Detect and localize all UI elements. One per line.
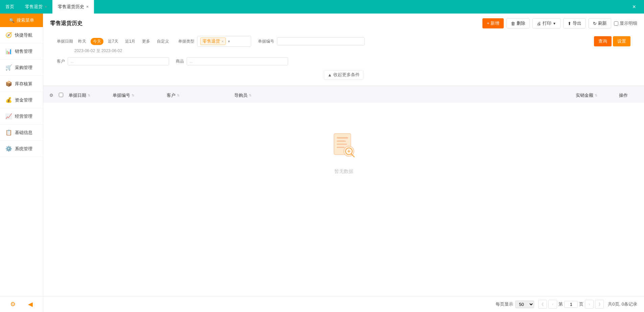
filter-area: 单据日期 昨天 今天 近7天 近1月 更多 自定义 单据类型 [50, 32, 637, 86]
last-page-button[interactable]: ⟫ [595, 300, 604, 309]
tab-retail-return-close[interactable]: × [45, 4, 47, 9]
window-close-button[interactable]: × [629, 3, 639, 10]
empty-text: 暂无数据 [334, 169, 353, 175]
col-order-no-label: 单据编号 [113, 92, 130, 98]
svg-rect-1 [337, 137, 348, 138]
tab-home[interactable]: 首页 [0, 0, 20, 14]
export-button[interactable]: ⬆ 导出 [563, 18, 586, 28]
sidebar-item-system-mgmt-label: 系统管理 [15, 146, 32, 152]
tab-retail-return-history-close[interactable]: × [86, 4, 89, 9]
col-date-sort-icon: ⇅ [88, 93, 90, 97]
first-page-button[interactable]: ⟪ [538, 300, 547, 309]
page-size-select[interactable]: 20 50 100 [515, 300, 534, 308]
sidebar-item-purchase-mgmt[interactable]: 🛒 采购管理 [0, 60, 43, 76]
export-icon: ⬆ [568, 21, 571, 26]
date-btn-1month[interactable]: 近1月 [123, 38, 138, 45]
tab-retail-return-history-label: 零售退货历史 [58, 4, 84, 10]
main-body: ⚙ 单据日期 ⇅ 单据编号 ⇅ 客户 [43, 86, 644, 312]
sidebar-settings-button[interactable]: ⚙ [10, 300, 16, 308]
tab-retail-return-label: 零售退货 [25, 4, 43, 10]
collapse-label: 收起更多条件 [333, 72, 360, 78]
sidebar-item-basic-info[interactable]: 📋 基础信息 [0, 125, 43, 141]
col-customer-sort-icon: ⇅ [177, 93, 180, 97]
pagination-nav: ⟪ ‹ 第 页 › ⟫ [538, 300, 604, 309]
date-btn-custom[interactable]: 自定义 [154, 38, 171, 45]
tab-retail-return-history[interactable]: 零售退货历史 × [52, 0, 94, 14]
customer-placeholder: ... [71, 59, 74, 64]
print-icon: 🖨 [537, 21, 541, 26]
col-order-no[interactable]: 单据编号 ⇅ [110, 92, 164, 98]
date-btn-today[interactable]: 今天 [91, 38, 103, 45]
col-customer[interactable]: 客户 ⇅ [164, 92, 232, 98]
top-bar: 首页 零售退货 × 零售退货历史 × × [0, 0, 644, 14]
table-header: ⚙ 单据日期 ⇅ 单据编号 ⇅ 客户 [43, 89, 644, 102]
print-button[interactable]: 🖨 打印 ▼ [532, 18, 560, 28]
page-label: 第 [558, 301, 563, 307]
col-date-label: 单据日期 [69, 92, 86, 98]
sidebar-item-inventory[interactable]: 📦 库存核算 [0, 76, 43, 92]
collapse-button[interactable]: ▲ 收起更多条件 [324, 70, 363, 80]
sidebar-item-system-mgmt[interactable]: ⚙️ 系统管理 [0, 141, 43, 157]
col-amount-sort-icon: ⇅ [595, 93, 597, 97]
sidebar-search[interactable]: 🔍 搜索菜单 [0, 14, 43, 27]
sidebar-item-sales-mgmt[interactable]: 📊 销售管理 [0, 43, 43, 60]
select-all-input[interactable] [59, 93, 63, 97]
pagination-size: 每页显示 20 50 100 [496, 300, 534, 308]
page-number-input[interactable] [564, 301, 578, 308]
main-layout: 🔍 搜索菜单 🧭 快捷导航 📊 销售管理 🛒 采购管理 📦 库存核算 💰 [0, 14, 644, 312]
svg-rect-4 [337, 147, 344, 148]
next-page-button[interactable]: › [585, 300, 594, 309]
col-order-no-sort-icon: ⇅ [132, 93, 134, 97]
sidebar-bottom: ⚙ ◀ [0, 296, 43, 312]
table-area: ⚙ 单据日期 ⇅ 单据编号 ⇅ 客户 [43, 86, 644, 296]
sidebar-item-sales-label: 销售管理 [15, 48, 32, 54]
sidebar-item-quick-nav[interactable]: 🧭 快捷导航 [0, 27, 43, 43]
inventory-icon: 📦 [5, 81, 12, 87]
delete-button[interactable]: 🗑 删除 [506, 18, 530, 28]
refresh-button[interactable]: ↻ 刷新 [589, 18, 611, 28]
doc-type-tag-value: 零售退货 [202, 38, 220, 44]
delete-label: 删除 [517, 20, 525, 26]
tab-retail-return[interactable]: 零售退货 × [20, 0, 52, 14]
print-label: 打印 [543, 20, 551, 26]
table-settings-icon[interactable]: ⚙ [47, 93, 56, 98]
svg-rect-3 [337, 144, 347, 145]
sidebar-item-finance[interactable]: 💰 资金管理 [0, 92, 43, 108]
query-button[interactable]: 查询 [594, 36, 612, 46]
col-guide[interactable]: 导购员 ⇅ [232, 92, 573, 98]
show-detail-checkbox[interactable] [614, 21, 618, 26]
date-btn-7days[interactable]: 近7天 [105, 38, 121, 45]
page-title-row: 零售退货历史 + 新增 🗑 删除 🖨 打印 ▼ ⬆ 导出 [50, 18, 637, 28]
doc-type-select-arrow-icon: ▼ [227, 40, 231, 43]
col-amount-label: 实销金额 [576, 92, 593, 98]
doc-type-select[interactable]: 零售退货 × ▼ [197, 36, 251, 47]
prev-page-button[interactable]: ‹ [548, 300, 557, 309]
operations-icon: 📈 [5, 113, 12, 119]
search-icon: 🔍 [9, 18, 15, 23]
collapse-up-icon: ▲ [328, 72, 332, 77]
customer-select[interactable]: ... [68, 57, 169, 65]
date-range-display: 2023-06-02 至 2023-06-02 [57, 48, 630, 54]
doc-type-tag-close[interactable]: × [221, 40, 223, 43]
date-filter-label: 单据日期 [57, 39, 73, 44]
customer-label: 客户 [57, 59, 65, 64]
sidebar-collapse-button[interactable]: ◀ [28, 300, 33, 308]
refresh-icon: ↻ [593, 21, 597, 26]
sidebar-item-operations[interactable]: 📈 经营管理 [0, 108, 43, 125]
date-btn-yesterday[interactable]: 昨天 [76, 38, 89, 45]
doc-no-input[interactable] [277, 37, 365, 45]
goods-select[interactable]: ... [187, 57, 288, 65]
date-btn-more[interactable]: 更多 [140, 38, 152, 45]
table-select-all-checkbox[interactable] [56, 93, 66, 98]
filter-row-1: 单据日期 昨天 今天 近7天 近1月 更多 自定义 单据类型 [57, 36, 630, 47]
settings-button[interactable]: 设置 [613, 36, 630, 46]
col-amount[interactable]: 实销金额 ⇅ [573, 92, 614, 98]
query-action-buttons: 查询 设置 [594, 36, 630, 46]
page-unit: 页 [579, 301, 583, 307]
col-date[interactable]: 单据日期 ⇅ [66, 92, 110, 98]
page-title: 零售退货历史 [50, 20, 82, 27]
show-detail-checkbox-label[interactable]: 显示明细 [614, 20, 637, 26]
basic-info-icon: 📋 [5, 129, 12, 136]
col-guide-sort-icon: ⇅ [249, 93, 252, 97]
add-button[interactable]: + 新增 [482, 18, 504, 28]
